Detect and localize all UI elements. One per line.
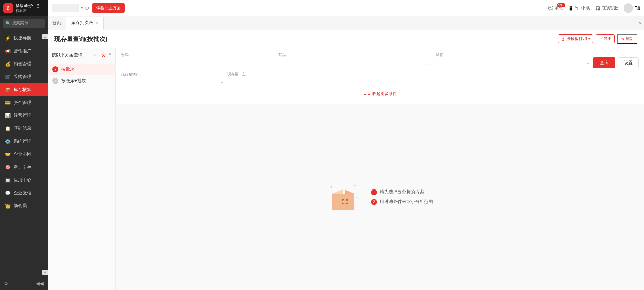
goods-dots[interactable]: ... <box>426 61 432 66</box>
collapse-sidebar-icon[interactable]: ◀◀ <box>35 279 45 287</box>
main-area: ▾ ⚙ 体验行业方案 💬 消息 99+ 📱 App下载 🎧 在线客服 Rit <box>48 0 644 290</box>
svg-text:✦: ✦ <box>356 196 358 199</box>
tab-area-close-icon[interactable]: × <box>638 20 641 26</box>
business-icon: 📊 <box>5 112 11 119</box>
sidebar-item-newbie[interactable]: 🎯 新手引导 <box>0 161 48 174</box>
svg-point-5 <box>346 199 348 201</box>
warehouse-input[interactable]: ... <box>121 59 274 68</box>
collapse-filters-btn[interactable]: ▲▲ 收起更多条件 <box>121 88 639 99</box>
svg-marker-2 <box>345 189 354 194</box>
inventory-icon: 📦 <box>5 87 11 93</box>
stock-status-chevron-icon[interactable]: ▾ <box>221 80 223 85</box>
print-btn[interactable]: 🖨 按模板打印 ▾ <box>558 34 593 43</box>
member-icon: 👑 <box>5 203 11 209</box>
sales-icon: 💰 <box>5 61 11 67</box>
panel-header: 按以下方案查询 + ⊙ « <box>48 48 115 62</box>
stock-qty-min-input[interactable] <box>227 78 261 88</box>
print-icon: 🖨 <box>561 37 565 41</box>
export-btn[interactable]: ↗ 导出 <box>596 34 615 43</box>
svg-marker-1 <box>332 189 343 194</box>
sidebar-item-wechat[interactable]: 💬 企业微信 <box>0 186 48 199</box>
filter-status: 状态 ▾ <box>436 52 589 68</box>
empty-text: 1 请先选择要分析的方案 2 用过滤条件来缩小分析范围 <box>371 189 433 205</box>
stock-status-select[interactable]: ▾ <box>121 78 223 88</box>
breadcrumb-input <box>52 4 79 12</box>
sidebar-item-sales[interactable]: 💰 销售管理 <box>0 57 48 70</box>
settings-icon[interactable]: ⚙ <box>3 279 10 287</box>
messages-btn[interactable]: 💬 消息 99+ <box>548 5 563 11</box>
page-title: 现存量查询(按批次) <box>54 35 107 43</box>
sidebar-item-system[interactable]: ⚙️ 系统管理 <box>0 135 48 148</box>
filter-goods: 商品 ... <box>278 52 432 68</box>
headset-icon: 🎧 <box>595 6 600 11</box>
right-panel: 仓库 ... 商品 ... <box>116 48 644 290</box>
experience-btn[interactable]: 体验行业方案 <box>92 3 125 13</box>
sidebar-item-marketing[interactable]: 📢 营销推广 <box>0 44 48 57</box>
online-service-btn[interactable]: 🎧 在线客服 <box>595 5 618 11</box>
warehouse-dots[interactable]: ... <box>269 61 274 66</box>
topbar-gear-icon[interactable]: ⚙ <box>85 5 89 11</box>
system-icon: ⚙️ <box>5 138 11 144</box>
svg-rect-3 <box>332 194 354 210</box>
scheme-active-icon: ● <box>52 66 58 72</box>
collapse-up-icon: ▲▲ <box>363 92 371 96</box>
filter-stock-qty: 现存量（主） — <box>227 72 329 88</box>
collapse-panel-icon[interactable]: « <box>109 52 111 58</box>
scheme-inactive-icon: ○ <box>52 78 58 84</box>
status-chevron-icon[interactable]: ▾ <box>587 61 589 66</box>
topbar: ▾ ⚙ 体验行业方案 💬 消息 99+ 📱 App下载 🎧 在线客服 Rit <box>48 0 644 16</box>
svg-point-4 <box>342 199 344 201</box>
filter-area: 仓库 ... 商品 ... <box>116 48 644 104</box>
basic-info-icon: 📋 <box>5 125 11 131</box>
tab-inventory-batch[interactable]: 库存批次账 × <box>66 17 104 30</box>
sidebar-item-basic-info[interactable]: 📋 基础信息 <box>0 122 48 135</box>
sidebar-item-app-center[interactable]: 🔲 应用中心 <box>0 174 48 186</box>
wechat-icon: 💬 <box>5 190 11 196</box>
scheme-item-batch[interactable]: ● 按批次 <box>48 64 115 75</box>
stock-qty-max-input[interactable] <box>270 78 304 88</box>
stock-status-label: 现存量状态 <box>121 72 223 77</box>
add-scheme-icon[interactable]: + <box>91 52 98 58</box>
settings-btn[interactable]: 设置 <box>618 57 639 68</box>
sidebar-item-finance[interactable]: 💳 资金管理 <box>0 96 48 109</box>
export-icon: ↗ <box>599 37 602 41</box>
breadcrumb-chevron-icon[interactable]: ▾ <box>81 6 83 11</box>
purchase-icon: 🛒 <box>5 74 11 80</box>
filter-row-1: 仓库 ... 商品 ... <box>121 52 639 68</box>
warehouse-label: 仓库 <box>121 52 274 57</box>
sidebar: 6 畅康通好生意 标准版 🔍 搜索菜单 ⚡ 快捷导航 📢 营销推广 💰 销售管理… <box>0 0 48 290</box>
sidebar-item-purchase[interactable]: 🛒 采购管理 <box>0 70 48 83</box>
empty-state: ✦ ✦ ✦ 1 请先选择要分析的方案 2 用过滤条件来缩小分析范围 <box>116 104 644 290</box>
sidebar-item-inventory[interactable]: 📦 库存核算 <box>0 83 48 96</box>
sidebar-item-business[interactable]: 📊 经营管理 <box>0 109 48 122</box>
tab-close-icon[interactable]: × <box>95 20 99 25</box>
tabbar: 首页 库存批次账 × × <box>48 16 644 30</box>
quick-nav-icon: ⚡ <box>5 35 11 41</box>
query-btn[interactable]: 查询 <box>593 57 615 68</box>
goods-label: 商品 <box>278 52 432 57</box>
goods-input[interactable]: ... <box>278 59 432 68</box>
refresh-btn[interactable]: ↻ 刷新 <box>617 34 637 44</box>
message-icon: 💬 <box>548 6 553 11</box>
filter-row-2: 现存量状态 ▾ 现存量（主） — <box>121 72 639 88</box>
topbar-left: ▾ ⚙ <box>52 4 89 12</box>
content-area: 现存量查询(按批次) 🖨 按模板打印 ▾ ↗ 导出 ↻ 刷新 <box>48 30 644 290</box>
sidebar-header: 6 畅康通好生意 标准版 <box>0 0 48 16</box>
settings-scheme-icon[interactable]: ⊙ <box>100 52 107 58</box>
empty-hint-2: 2 用过滤条件来缩小分析范围 <box>371 199 433 205</box>
empty-hint-1: 1 请先选择要分析的方案 <box>371 189 433 195</box>
search-menu[interactable]: 🔍 搜索菜单 <box>3 19 45 28</box>
tab-home[interactable]: 首页 <box>48 16 66 30</box>
sidebar-item-quick-nav[interactable]: ⚡ 快捷导航 <box>0 32 48 44</box>
scheme-item-warehouse-batch[interactable]: ○ 按仓库+批次 <box>48 75 115 87</box>
scroll-down-arrow[interactable]: ▼ <box>42 270 48 275</box>
user-menu[interactable]: Rit <box>624 3 640 13</box>
app-download-btn[interactable]: 📱 App下载 <box>568 5 590 11</box>
scroll-up-arrow[interactable]: ▲ <box>42 34 48 39</box>
print-dropdown-icon[interactable]: ▾ <box>588 37 590 41</box>
sidebar-item-member[interactable]: 👑 畅会员 <box>0 199 48 212</box>
sidebar-item-enterprise[interactable]: 🤝 企业协同 <box>0 148 48 161</box>
status-select[interactable]: ▾ <box>436 59 589 68</box>
panel-header-actions: + ⊙ « <box>91 52 111 58</box>
sidebar-nav: ⚡ 快捷导航 📢 营销推广 💰 销售管理 🛒 采购管理 📦 库存核算 💳 资金管… <box>0 30 48 276</box>
